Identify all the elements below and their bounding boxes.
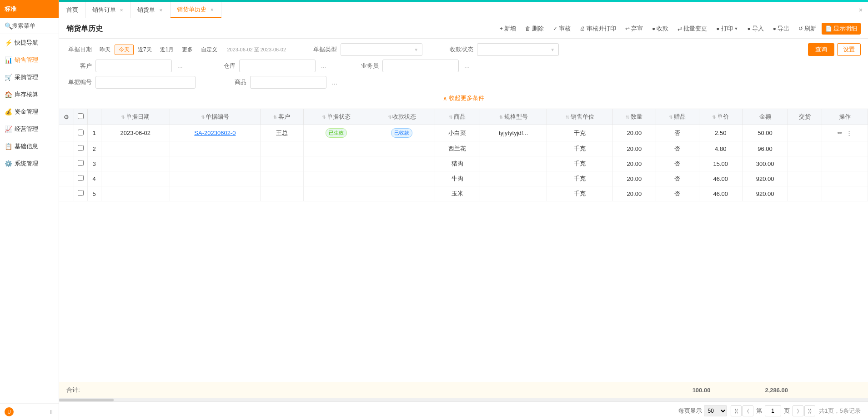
batch-change-button[interactable]: ⇄ 批量变更 (674, 23, 711, 35)
row-docno-3 (170, 171, 261, 186)
audit-print-button[interactable]: 🖨 审核并打印 (576, 23, 620, 35)
sidebar-item-purchase-mgmt[interactable]: 🛒 采购管理 (0, 69, 59, 86)
date-tab-more[interactable]: 更多 (178, 45, 197, 55)
receive-button[interactable]: ● 收款 (648, 23, 672, 35)
import-button[interactable]: ● 导入 (744, 23, 768, 35)
row-doc-status-0: 已生效 (303, 125, 369, 141)
tab-sales-goods-close[interactable]: × (158, 7, 163, 13)
doc-type-dropdown-icon: ▼ (414, 47, 418, 52)
row-checkbox-0[interactable] (78, 130, 84, 135)
col-docno[interactable]: 单据编号 (170, 109, 261, 125)
more-btn-0[interactable]: ⋮ (844, 129, 854, 137)
col-unit[interactable]: 销售单位 (547, 109, 613, 125)
col-gift[interactable]: 赠品 (656, 109, 699, 125)
new-button[interactable]: + 新增 (496, 23, 520, 35)
row-doc-status-1 (303, 141, 369, 156)
tab-home[interactable]: 首页 (59, 2, 86, 18)
date-filter-group: 单据日期 昨天 今天 近7天 近1月 更多 自定义 2023-06-02 至 2… (66, 45, 286, 55)
row-checkbox-1[interactable] (78, 145, 84, 151)
tab-sales-history[interactable]: 销货单历史 × (171, 2, 221, 18)
pay-status-select[interactable]: ▼ (477, 43, 559, 56)
last-page-button[interactable]: ⟩⟩ (804, 405, 815, 416)
refresh-button[interactable]: ↺ 刷新 (795, 23, 820, 35)
page-input[interactable] (765, 405, 781, 416)
salesperson-more[interactable]: ... (462, 62, 472, 70)
table-scroll-bar[interactable] (59, 398, 868, 401)
first-page-button[interactable]: ⟨⟨ (731, 405, 742, 416)
date-tab-today[interactable]: 今天 (115, 45, 134, 55)
row-checkbox-4[interactable] (78, 190, 84, 196)
query-buttons: 查询 设置 (808, 43, 861, 56)
prev-page-button[interactable]: ⟨ (743, 405, 753, 416)
row-unit-2: 千克 (547, 156, 613, 171)
close-all-tabs[interactable]: × (853, 6, 868, 14)
sidebar-collapse-icon[interactable]: ⏸ (48, 409, 54, 415)
customer-more[interactable]: ... (176, 62, 185, 70)
audit-button[interactable]: ✓ 审核 (549, 23, 574, 35)
row-checkbox-3[interactable] (78, 175, 84, 181)
col-doc-status[interactable]: 单据状态 (303, 109, 369, 125)
col-pay-status[interactable]: 收款状态 (369, 109, 435, 125)
abandon-button[interactable]: ↩ 弃审 (622, 23, 647, 35)
basic-info-icon: 📋 (5, 143, 12, 150)
page-size-select[interactable]: 50 100 200 (704, 405, 727, 416)
row-check-1 (74, 141, 87, 156)
col-gear[interactable]: ⚙ (59, 109, 74, 125)
doc-type-select[interactable]: ▼ (341, 43, 422, 56)
row-docno-0[interactable]: SA-20230602-0 (170, 125, 261, 141)
collapse-button[interactable]: ∧ 收起更多条件 (66, 92, 861, 104)
tab-sales-history-close[interactable]: × (209, 6, 215, 13)
sidebar-item-stock-calc[interactable]: 🏠 库存核算 (0, 86, 59, 103)
select-all-checkbox[interactable] (78, 113, 84, 119)
edit-btn-0[interactable]: ✏ (836, 129, 844, 137)
doc-type-label: 单据类型 (311, 45, 337, 54)
row-gear-3 (59, 171, 74, 186)
sidebar-item-fund-mgmt[interactable]: 💰 资金管理 (0, 103, 59, 120)
table-row: 4牛肉千克20.00否46.00920.00 (59, 171, 868, 186)
row-checkbox-2[interactable] (78, 160, 84, 166)
tab-sales-goods[interactable]: 销货单 × (131, 2, 170, 18)
sidebar-item-basic-info[interactable]: 📋 基础信息 (0, 138, 59, 155)
doc-no-link-0[interactable]: SA-20230602-0 (194, 130, 236, 136)
next-page-button[interactable]: ⟩ (793, 405, 803, 416)
col-date[interactable]: 单据日期 (101, 109, 170, 125)
sidebar-item-system-mgmt[interactable]: ⚙️ 系统管理 (0, 155, 59, 172)
date-tab-custom[interactable]: 自定义 (197, 45, 221, 55)
col-amount: 金额 (742, 109, 788, 125)
date-tab-7days[interactable]: 近7天 (134, 45, 156, 55)
print-button[interactable]: ● 打印 ▼ (712, 23, 742, 35)
tab-sales-order[interactable]: 销售订单 × (86, 2, 131, 18)
settings-button[interactable]: 设置 (837, 43, 861, 56)
date-tab-1month[interactable]: 近1月 (156, 45, 178, 55)
docno-input[interactable] (95, 76, 196, 89)
col-qty[interactable]: 数量 (612, 109, 656, 125)
warehouse-more[interactable]: ... (319, 62, 328, 70)
export-icon: ● (773, 25, 776, 32)
goods-more[interactable]: ... (330, 79, 339, 86)
row-goods-4: 玉米 (435, 186, 480, 201)
goods-input[interactable] (250, 76, 326, 89)
warehouse-input[interactable] (239, 60, 316, 72)
table-scroll-thumb[interactable] (59, 399, 114, 401)
row-price-0: 2.50 (699, 125, 742, 141)
col-price[interactable]: 单价 (699, 109, 742, 125)
sidebar-item-search-menu[interactable]: 🔍 搜索菜单 (0, 18, 59, 34)
salesperson-input[interactable] (382, 60, 459, 72)
salesperson-label: 业务员 (353, 62, 379, 70)
display-details-button[interactable]: 📄 显示明细 (822, 23, 861, 35)
row-gift-3: 否 (656, 171, 699, 186)
sidebar-item-sales-mgmt[interactable]: 📊 销售管理 (0, 51, 59, 69)
row-transaction-0 (788, 125, 822, 141)
export-button[interactable]: ● 导出 (769, 23, 793, 35)
col-customer[interactable]: 客户 (260, 109, 303, 125)
customer-input[interactable] (95, 60, 172, 72)
col-spec[interactable]: 规格型号 (480, 109, 547, 125)
date-tab-yesterday[interactable]: 昨天 (95, 45, 115, 55)
query-button[interactable]: 查询 (808, 43, 834, 56)
page-header: 销货单历史 + 新增 🗑 删除 ✓ 审核 🖨 审核并打印 (59, 18, 868, 39)
delete-button[interactable]: 🗑 删除 (522, 23, 547, 35)
sidebar-item-quick-nav[interactable]: ⚡ 快捷导航 (0, 34, 59, 51)
tab-sales-order-close[interactable]: × (119, 7, 124, 13)
sidebar-item-operation-mgmt[interactable]: 📈 经营管理 (0, 120, 59, 138)
col-goods[interactable]: 商品 (435, 109, 480, 125)
